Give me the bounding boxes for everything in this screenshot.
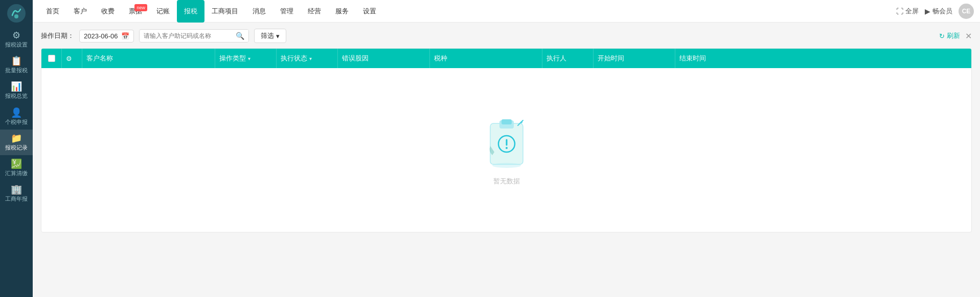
th-customer-name: 客户名称: [82, 49, 215, 68]
nav-jizhang[interactable]: 记账: [149, 0, 177, 23]
sidebar-item-baoshui-zonlan[interactable]: 📊 报税总览: [0, 78, 33, 103]
search-input[interactable]: [140, 30, 232, 41]
sort-icon-exec-status: ▾: [309, 56, 312, 61]
nav-shoufei[interactable]: 收费: [94, 0, 122, 23]
new-badge: new: [134, 4, 147, 12]
nav-items: 首页 客户 收费 票据 new 记账 报税 工商项目 消息: [39, 0, 896, 23]
sidebar-item-gongshang-nianbao[interactable]: 🏢 工商年报: [0, 181, 33, 206]
date-value: 2023-06-06: [84, 32, 118, 40]
table-header: ⚙ 客户名称 操作类型 ▾ 执行状态 ▾ 错误股因: [41, 49, 971, 68]
nav-jingying[interactable]: 经营: [301, 0, 328, 23]
svg-point-0: [7, 4, 26, 23]
app-logo[interactable]: [7, 4, 26, 23]
toolbar: 操作日期： 2023-06-06 📅 🔍 筛选 ▾ ↻ 刷新: [41, 29, 972, 43]
th-start-time: 开始时间: [594, 49, 675, 68]
sort-icon-operation-type: ▾: [248, 56, 250, 61]
search-button[interactable]: 🔍: [232, 30, 248, 42]
nav-piaoju[interactable]: 票据 new: [122, 0, 149, 23]
main-area: 首页 客户 收费 票据 new 记账 报税 工商项目 消息: [33, 0, 980, 297]
nav-gongshang-xiangmu[interactable]: 工商项目: [204, 0, 245, 23]
th-tax-type: 税种: [430, 49, 542, 68]
close-button[interactable]: ✕: [965, 31, 972, 41]
sidebar-label-baoshui-jilu: 报税记录: [5, 144, 28, 151]
empty-state: 暂无数据: [471, 83, 542, 217]
gear-icon: ⚙: [66, 55, 72, 62]
member-button[interactable]: ▶ 畅会员: [925, 7, 952, 16]
date-label: 操作日期：: [41, 31, 74, 40]
user-avatar[interactable]: CE: [959, 4, 974, 19]
batch-tax-icon: 📋: [11, 56, 22, 66]
data-table: ⚙ 客户名称 操作类型 ▾ 执行状态 ▾ 错误股因: [41, 48, 972, 232]
nav-guanli[interactable]: 管理: [273, 0, 301, 23]
top-nav: 首页 客户 收费 票据 new 记账 报税 工商项目 消息: [33, 0, 980, 23]
page-content: 操作日期： 2023-06-06 📅 🔍 筛选 ▾ ↻ 刷新: [33, 23, 980, 297]
sidebar-label-gongshang-nianbao: 工商年报: [5, 196, 28, 202]
svg-point-7: [506, 147, 508, 149]
sidebar-item-piliang-baoshui[interactable]: 📋 批量报税: [0, 52, 33, 78]
th-settings: ⚙: [62, 49, 82, 68]
sidebar-item-huisuan-jiaona[interactable]: 💹 汇算清缴: [0, 155, 33, 181]
refresh-button[interactable]: ↻ 刷新: [939, 31, 960, 40]
nav-right: ⛶ 全屏 ▶ 畅会员 CE: [896, 4, 974, 19]
th-end-time: 结束时间: [675, 49, 747, 68]
toolbar-right: ↻ 刷新 ✕: [939, 31, 972, 41]
sidebar-item-baoshui-shezhi[interactable]: ⚙ 报税设置: [0, 27, 33, 52]
empty-illustration: [481, 114, 532, 171]
fullscreen-icon: ⛶: [896, 7, 903, 15]
select-all-checkbox[interactable]: [48, 55, 55, 62]
svg-rect-4: [502, 119, 512, 124]
sidebar-item-geshui-shenbao[interactable]: 👤 个税申报: [0, 104, 33, 130]
th-executor: 执行人: [542, 49, 594, 68]
date-picker[interactable]: 2023-06-06 📅: [79, 30, 134, 43]
nav-customer[interactable]: 客户: [66, 0, 94, 23]
settings-icon: ⚙: [12, 31, 20, 40]
refresh-icon: ↻: [939, 32, 945, 40]
nav-home[interactable]: 首页: [39, 0, 66, 23]
filter-button[interactable]: 筛选 ▾: [254, 29, 286, 43]
sidebar-label-geshui-shenbao: 个税申报: [5, 119, 28, 125]
table-body: 暂无数据: [41, 68, 971, 232]
sidebar-label-baoshui-zonlan: 报税总览: [5, 93, 28, 99]
personal-tax-icon: 👤: [11, 108, 22, 117]
svg-point-1: [14, 14, 18, 18]
overview-icon: 📊: [11, 82, 22, 91]
filter-label: 筛选: [261, 31, 274, 40]
nav-shezhi[interactable]: 设置: [356, 0, 383, 23]
search-box: 🔍: [139, 29, 249, 43]
sidebar-item-baoshui-jilu[interactable]: 📁 报税记录: [0, 130, 33, 155]
sidebar-label-huisuan-jiaona: 汇算清缴: [5, 170, 28, 177]
th-exec-status[interactable]: 执行状态 ▾: [277, 49, 338, 68]
fullscreen-button[interactable]: ⛶ 全屏: [896, 7, 919, 16]
sidebar-label-piliang-baoshui: 批量报税: [5, 67, 28, 74]
annual-report-icon: 🏢: [11, 185, 22, 194]
content-area: 操作日期： 2023-06-06 📅 🔍 筛选 ▾ ↻ 刷新: [33, 23, 980, 297]
calendar-icon: 📅: [121, 32, 129, 40]
nav-fuwu[interactable]: 服务: [328, 0, 356, 23]
svg-point-10: [492, 163, 521, 168]
th-checkbox[interactable]: [41, 49, 62, 68]
sidebar: ⚙ 报税设置 📋 批量报税 📊 报税总览 👤 个税申报 📁 报税记录 💹 汇算清…: [0, 0, 33, 297]
nav-xiaoxi[interactable]: 消息: [245, 0, 273, 23]
th-error-reason: 错误股因: [338, 49, 430, 68]
th-operation-type[interactable]: 操作类型 ▾: [215, 49, 277, 68]
empty-text: 暂无数据: [493, 177, 520, 186]
sidebar-label-baoshui-shezhi: 报税设置: [5, 41, 28, 48]
settlement-icon: 💹: [11, 159, 22, 168]
nav-baoshui[interactable]: 报税: [177, 0, 204, 23]
chevron-down-icon: ▾: [276, 32, 280, 40]
member-icon: ▶: [925, 7, 930, 15]
record-icon: 📁: [11, 134, 22, 143]
